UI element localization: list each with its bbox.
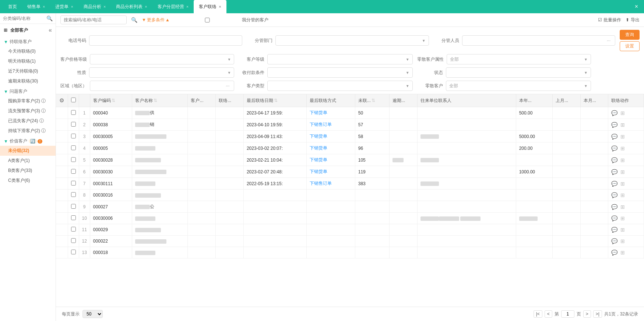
message-icon[interactable]: 💬	[611, 145, 617, 151]
tab-purchase[interactable]: 进货单 ×	[50, 0, 78, 13]
last-page-button[interactable]: >|	[593, 310, 602, 318]
tab-customer-tier[interactable]: 客户分层经营 ×	[152, 0, 194, 13]
phone-input[interactable]	[89, 35, 242, 46]
sidebar-item-declining[interactable]: 持续下滑客户(2) ⓘ	[0, 126, 56, 136]
my-customers-checkbox-input[interactable]	[174, 18, 240, 22]
last-contact-method-cell[interactable]: 下销货单	[306, 107, 355, 119]
export-button[interactable]: ⬆ 导出	[626, 17, 640, 23]
last-contact-date-col-header[interactable]: 最后联络日期⇅	[243, 94, 306, 107]
checkbox-cell[interactable]	[68, 190, 79, 201]
select-all-checkbox[interactable]	[71, 98, 76, 102]
settings-icon[interactable]: ⚙	[59, 97, 64, 103]
sidebar-all-customers[interactable]: ⊞ 全部客户 «	[0, 24, 56, 36]
price-level-select[interactable]: ▼	[90, 54, 234, 64]
no-contact-col-header[interactable]: 未联...⇅	[355, 94, 390, 107]
close-icon[interactable]: ×	[71, 4, 73, 9]
message-icon[interactable]: 💬	[611, 238, 617, 244]
sidebar-item-tomorrow[interactable]: 明天待联络(1)	[0, 56, 56, 66]
more-action-icon[interactable]: ⊞	[620, 227, 625, 233]
message-icon[interactable]: 💬	[611, 181, 617, 187]
more-action-icon[interactable]: ⊞	[620, 169, 625, 175]
message-icon[interactable]: 💬	[611, 157, 617, 163]
last-contact-method-col-header[interactable]: 最后联络方式	[306, 94, 355, 107]
more-conditions-button[interactable]: ▼ 更多条件 ▲	[142, 17, 170, 23]
contact-method-link[interactable]: 下销货单	[310, 134, 327, 139]
region-select[interactable]: ···	[90, 81, 234, 91]
search-input[interactable]	[60, 15, 127, 24]
last-contact-method-cell[interactable]: 下销货单	[306, 166, 355, 178]
message-icon[interactable]: 💬	[611, 192, 617, 198]
checkbox-cell[interactable]	[68, 154, 79, 166]
row-checkbox[interactable]	[71, 250, 76, 254]
tab-home[interactable]: 首页	[3, 0, 22, 13]
checkbox-cell[interactable]	[68, 213, 79, 224]
sidebar-item-churn-warning[interactable]: 流失预警客户(3) ⓘ	[0, 106, 56, 116]
row-checkbox[interactable]	[71, 227, 76, 232]
settings-col-header[interactable]: ⚙	[56, 94, 68, 107]
row-checkbox[interactable]	[71, 110, 76, 115]
page-input[interactable]	[561, 310, 574, 318]
message-icon[interactable]: 💬	[611, 122, 617, 128]
reset-button[interactable]: 设置	[620, 41, 640, 51]
sidebar-item-today[interactable]: 今天待联络(0)	[0, 46, 56, 56]
last-contact-method-cell[interactable]: 下销售订单	[306, 119, 355, 131]
tab-product-analysis-list[interactable]: 商品分析列表 ×	[111, 0, 152, 13]
contact-method-link[interactable]: 下销售订单	[310, 181, 332, 186]
page-size-select[interactable]: 50 100	[82, 310, 103, 318]
contact-method-link[interactable]: 下销货单	[310, 169, 327, 174]
last-month-col-header[interactable]: 上月...	[553, 94, 581, 107]
category-search-input[interactable]	[3, 16, 46, 21]
checkbox-cell[interactable]	[68, 142, 79, 154]
row-checkbox[interactable]	[71, 181, 76, 186]
next-page-button[interactable]: >	[583, 310, 591, 318]
contact-method-link[interactable]: 下销货单	[310, 157, 327, 162]
last-contact-method-cell[interactable]: 下销售订单	[306, 178, 355, 190]
checkbox-cell[interactable]	[68, 247, 79, 258]
sidebar-item-unclassified[interactable]: 未分组(32)	[0, 146, 56, 156]
close-icon[interactable]: ×	[186, 4, 189, 9]
last-contact-method-cell[interactable]	[306, 236, 355, 247]
last-contact-method-cell[interactable]: 下销货单	[306, 154, 355, 166]
tab-customer-contact[interactable]: 客户联络 ×	[194, 0, 226, 13]
this-year-col-header[interactable]: 本年...	[516, 94, 552, 107]
last-contact-method-cell[interactable]	[306, 201, 355, 213]
last-contact-method-cell[interactable]	[306, 247, 355, 258]
query-button[interactable]: 查询	[620, 30, 640, 40]
row-checkbox[interactable]	[71, 204, 76, 209]
contact-method-link[interactable]: 下销售订单	[310, 122, 332, 127]
row-checkbox[interactable]	[71, 122, 76, 127]
message-icon[interactable]: 💬	[611, 204, 617, 210]
close-icon[interactable]: ×	[43, 4, 45, 9]
prev-page-button[interactable]: <	[545, 310, 552, 318]
sidebar-collapse-icon[interactable]: «	[49, 27, 52, 33]
message-icon[interactable]: 💬	[611, 134, 617, 140]
more-action-icon[interactable]: ⊞	[620, 122, 625, 128]
message-icon[interactable]: 💬	[611, 227, 617, 233]
more-action-icon[interactable]: ⊞	[620, 157, 625, 163]
dept-select[interactable]: ▼	[275, 35, 429, 46]
my-customers-checkbox[interactable]: 我分管的客户	[174, 17, 268, 23]
message-icon[interactable]: 💬	[611, 169, 617, 175]
checkbox-cell[interactable]	[68, 201, 79, 213]
sidebar-item-overdue[interactable]: 逾期未联络(30)	[0, 76, 56, 86]
sidebar-search-icon[interactable]: 🔍	[46, 15, 53, 21]
more-action-icon[interactable]: ⊞	[620, 145, 625, 151]
checkbox-cell[interactable]	[68, 224, 79, 236]
close-icon[interactable]: ×	[145, 4, 147, 9]
contact-method-link[interactable]: 下销货单	[310, 145, 327, 151]
payment-select[interactable]: ▼	[267, 67, 412, 78]
last-contact-method-cell[interactable]: 下销货单	[306, 131, 355, 142]
close-icon[interactable]: ×	[103, 4, 106, 9]
last-contact-method-cell[interactable]: 下销货单	[306, 142, 355, 154]
checkbox-cell[interactable]	[68, 119, 79, 131]
more-action-icon[interactable]: ⊞	[620, 192, 625, 198]
dots-icon[interactable]: ···	[605, 38, 612, 43]
tab-sales[interactable]: 销售单 ×	[22, 0, 50, 13]
last-contact-method-cell[interactable]	[306, 224, 355, 236]
first-page-button[interactable]: |<	[534, 310, 542, 318]
more-action-icon[interactable]: ⊞	[620, 134, 625, 140]
sidebar-item-class-b[interactable]: B类客户(33)	[0, 166, 56, 176]
contact-col-header[interactable]: 联络...	[216, 94, 244, 107]
message-icon[interactable]: 💬	[611, 215, 617, 221]
tab-product-analysis[interactable]: 商品分析 ×	[78, 0, 111, 13]
